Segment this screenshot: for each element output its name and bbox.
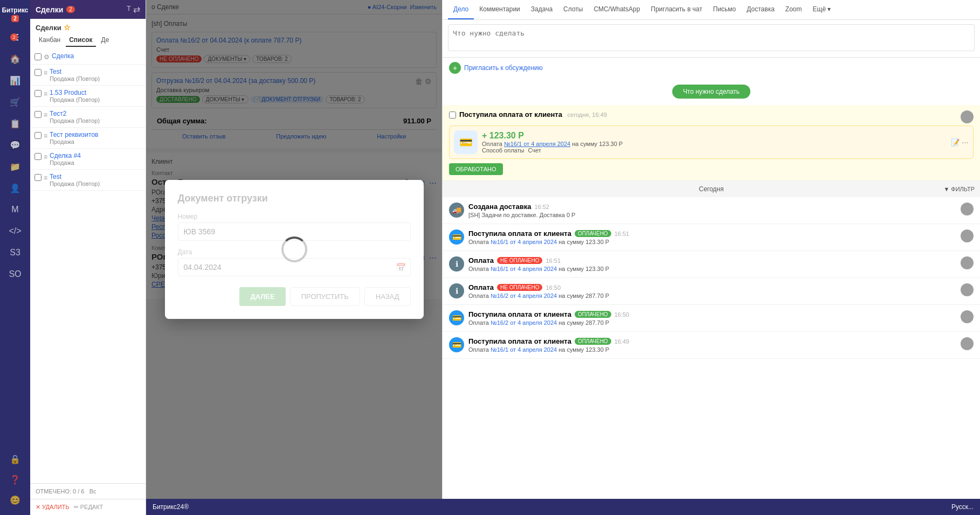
deal-name[interactable]: Сделка bbox=[52, 52, 141, 60]
sidebar-item-shop[interactable]: 🛒 bbox=[5, 92, 25, 112]
deal-checkbox[interactable] bbox=[34, 111, 42, 118]
main-content: о Сделке ● AI24-Скорни Изменить [sh] Опл… bbox=[146, 0, 980, 515]
tab-list[interactable]: Список bbox=[66, 34, 95, 47]
activity-textarea[interactable] bbox=[448, 24, 975, 51]
sidebar-item-help[interactable]: ❓ bbox=[5, 470, 25, 489]
list-item[interactable]: ≡ Сделка #4 Продажа bbox=[30, 149, 146, 170]
tab-comments[interactable]: Комментарии bbox=[474, 0, 526, 19]
delivery-body: [SH] Задачи по доставке. Доставка 0 Р bbox=[468, 212, 956, 218]
deal-checkbox[interactable] bbox=[34, 69, 42, 76]
deal-left: о Сделке ● AI24-Скорни Изменить [sh] Опл… bbox=[146, 0, 443, 499]
delete-button[interactable]: ✕ УДАЛИТЬ bbox=[36, 504, 70, 511]
deals-header-action2[interactable]: ⇄ bbox=[133, 4, 140, 15]
sidebar-item-reports[interactable]: M bbox=[5, 200, 25, 219]
do-task-button[interactable]: Что нужно сделать bbox=[672, 85, 750, 99]
feed-item-paid-1651: 💳 Поступила оплата от клиента ОПЛАЧЕНО 1… bbox=[443, 224, 980, 251]
list-item[interactable]: ≡ Тест2 Продажа (Повтор) bbox=[30, 107, 146, 128]
tab-delo[interactable]: Дело bbox=[448, 0, 474, 19]
list-item[interactable]: ⚙ Сделка bbox=[30, 49, 146, 65]
sidebar-item-analytics[interactable]: 📊 bbox=[5, 71, 25, 90]
today-label: Сегодня bbox=[699, 185, 724, 193]
payment-card-details: + 123.30 Р Оплата №16/1 от 4 апреля 2024… bbox=[482, 131, 947, 154]
deal-checkbox[interactable] bbox=[34, 153, 42, 160]
list-item[interactable]: ≡ Test Продажа (Повтор) bbox=[30, 65, 146, 86]
filter-button[interactable]: ▼ ФИЛЬТР bbox=[943, 186, 975, 192]
sidebar-item-chat[interactable]: 💬 bbox=[5, 135, 25, 155]
activity-feed: + Пригласить к обсуждению Что нужно сдел… bbox=[443, 58, 980, 499]
tab-zoom[interactable]: Zoom bbox=[780, 0, 808, 19]
sidebar-item-files[interactable]: 📁 bbox=[5, 157, 25, 176]
sidebar-item-users[interactable]: 👤 bbox=[5, 178, 25, 198]
shipment-modal: Документ отгрузки Номер Дата 📅 ДАЛЕЕ bbox=[165, 180, 424, 319]
unpaid-title: Оплата bbox=[468, 256, 494, 265]
sidebar-item-home[interactable]: 🏠 bbox=[5, 49, 25, 68]
paid-link-2[interactable]: №16/2 от 4 апреля 2024 bbox=[491, 319, 557, 326]
unpaid-link-2[interactable]: №16/2 от 4 апреля 2024 bbox=[491, 293, 557, 299]
list-item[interactable]: ≡ Test Продажа (Повтор) bbox=[30, 170, 146, 191]
deal-name[interactable]: Сделка #4 bbox=[50, 152, 141, 159]
invite-row[interactable]: + Пригласить к обсуждению bbox=[443, 58, 980, 78]
tab-task[interactable]: Задача bbox=[526, 0, 558, 19]
tab-slots[interactable]: Слоты bbox=[558, 0, 588, 19]
payment-card-actions: 📝 ⋯ bbox=[951, 138, 969, 147]
tab-sms[interactable]: СМС/WhatsApp bbox=[588, 0, 645, 19]
deal-name[interactable]: Тест реквизитов bbox=[50, 131, 141, 138]
paid-time-3: 16:49 bbox=[615, 338, 630, 345]
feed-item-paid-1651-content: Поступила оплата от клиента ОПЛАЧЕНО 16:… bbox=[468, 229, 956, 245]
deal-checkbox[interactable] bbox=[34, 53, 42, 60]
unpaid-body-2: Оплата №16/2 от 4 апреля 2024 на сумму 2… bbox=[468, 293, 956, 299]
deals-header-action1[interactable]: Т bbox=[127, 4, 131, 15]
list-icon: ≡ bbox=[44, 90, 47, 98]
tab-invite[interactable]: Пригласить в чат bbox=[645, 0, 707, 19]
payment-card-more[interactable]: ⋯ bbox=[962, 138, 969, 147]
tab-more[interactable]: Ещё ▾ bbox=[808, 0, 837, 19]
list-item[interactable]: ≡ 1.53 Product Продажа (Повтор) bbox=[30, 86, 146, 107]
feed-item-unpaid-1651: ℹ Оплата НЕ ОПЛАЧЕНО 16:51 Оплата №16/1 … bbox=[443, 251, 980, 278]
tab-delivery[interactable]: Доставка bbox=[741, 0, 780, 19]
tab-de[interactable]: Де bbox=[98, 34, 113, 47]
unpaid-title-2: Оплата bbox=[468, 283, 494, 291]
payment-card-note[interactable]: 📝 bbox=[951, 138, 960, 147]
unpaid-badge-2: НЕ ОПЛАЧЕНО bbox=[497, 284, 542, 291]
task-checkbox[interactable] bbox=[449, 112, 456, 119]
feed-item-paid-1649-content: Поступила оплата от клиента ОПЛАЧЕНО 16:… bbox=[468, 337, 956, 353]
deal-name[interactable]: Test bbox=[50, 68, 141, 75]
unpaid-time: 16:51 bbox=[546, 258, 561, 264]
sidebar-item-s3[interactable]: S3 bbox=[5, 243, 25, 262]
avatar bbox=[961, 256, 974, 269]
deal-checkbox[interactable] bbox=[34, 132, 42, 139]
paid-title-2: Поступила оплата от клиента bbox=[468, 310, 571, 318]
deal-name[interactable]: 1.53 Product bbox=[50, 89, 141, 96]
deal-name[interactable]: Test bbox=[50, 173, 141, 180]
tab-kanban[interactable]: Канбан bbox=[36, 34, 64, 47]
sidebar-item-profile[interactable]: 😊 bbox=[5, 490, 25, 510]
deal-view: о Сделке ● AI24-Скорни Изменить [sh] Опл… bbox=[146, 0, 980, 499]
feed-item-delivery-content: Создана доставка 16:52 [SH] Задачи по до… bbox=[468, 203, 956, 218]
tab-letter[interactable]: Письмо bbox=[708, 0, 742, 19]
deal-type: Продажа bbox=[50, 159, 141, 166]
unpaid-link[interactable]: №16/1 от 4 апреля 2024 bbox=[491, 266, 557, 272]
paid-link-3[interactable]: №16/1 от 4 апреля 2024 bbox=[491, 346, 557, 353]
deal-name[interactable]: Тест2 bbox=[50, 110, 141, 117]
deal-checkbox[interactable] bbox=[34, 90, 42, 97]
paid-link[interactable]: №16/1 от 4 апреля 2024 bbox=[491, 239, 557, 245]
processed-button[interactable]: ОБРАБОТАНО bbox=[449, 163, 503, 175]
gear-icon[interactable]: ⚙ bbox=[44, 53, 50, 61]
sidebar-item-dev[interactable]: </> bbox=[5, 221, 25, 241]
deals-section-title: Сделки ☆ bbox=[30, 19, 146, 34]
deals-list: ⚙ Сделка ≡ Test Продажа (Повтор) ≡ 1.53 … bbox=[30, 49, 146, 483]
paid-body-2: Оплата №16/2 от 4 апреля 2024 на сумму 2… bbox=[468, 319, 956, 326]
avatar bbox=[961, 310, 974, 323]
edit-button[interactable]: ✏ РЕДАКТ bbox=[74, 504, 103, 511]
list-icon: ≡ bbox=[44, 174, 47, 182]
invite-icon: + bbox=[449, 62, 461, 74]
payment-feed-icon-3: 💳 bbox=[449, 337, 464, 352]
lang-selector[interactable]: Русск... bbox=[951, 503, 974, 511]
sidebar-item-tasks[interactable]: 📋 bbox=[5, 114, 25, 133]
deal-checkbox[interactable] bbox=[34, 174, 42, 181]
sidebar-item-so[interactable]: SO bbox=[5, 265, 25, 284]
list-item[interactable]: ≡ Тест реквизитов Продажа bbox=[30, 128, 146, 149]
sidebar-item-deals[interactable]: ☰ 2 bbox=[5, 27, 25, 47]
sidebar-item-lock[interactable]: 🔒 bbox=[5, 449, 25, 469]
payment-link[interactable]: №16/1 от 4 апреля 2024 bbox=[504, 141, 570, 147]
